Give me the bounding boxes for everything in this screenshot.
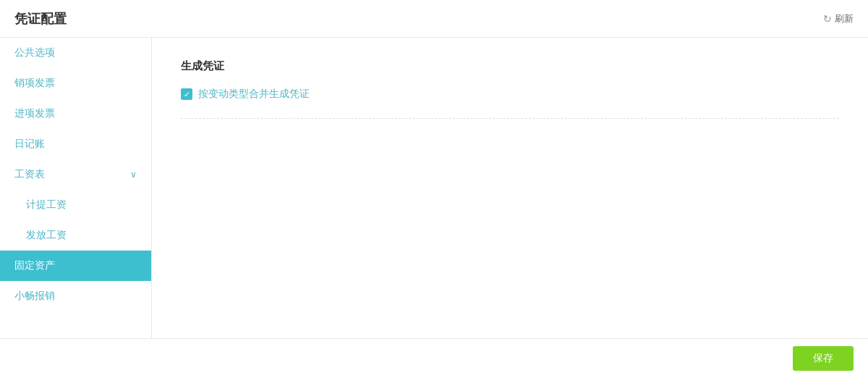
- sidebar-item-sales-invoice[interactable]: 销项发票: [0, 68, 151, 98]
- sidebar-item-purchase-invoice[interactable]: 进项发票: [0, 98, 151, 129]
- section-title: 生成凭证: [181, 59, 839, 73]
- sidebar-item-label: 计提工资: [26, 198, 67, 211]
- sidebar-item-label: 固定资产: [14, 259, 55, 272]
- sidebar-item-calc-salary[interactable]: 计提工资: [0, 190, 151, 220]
- page-footer: 保存: [0, 338, 868, 378]
- save-button[interactable]: 保存: [793, 346, 854, 371]
- refresh-button[interactable]: ↻ 刷新: [823, 12, 854, 25]
- section-divider: [181, 118, 839, 119]
- checkbox-row: ✓ 按变动类型合并生成凭证: [181, 88, 839, 101]
- sidebar-item-payroll-table[interactable]: 工资表 ∨: [0, 159, 151, 190]
- page-title: 凭证配置: [14, 10, 67, 28]
- sidebar-item-public-options[interactable]: 公共选项: [0, 38, 151, 68]
- checkbox-label[interactable]: 按变动类型合并生成凭证: [198, 88, 310, 101]
- chevron-down-icon: ∨: [130, 169, 137, 180]
- checkmark-icon: ✓: [184, 91, 190, 98]
- sidebar-item-label: 进项发票: [14, 107, 55, 120]
- refresh-label: 刷新: [835, 12, 854, 25]
- sidebar-item-label: 日记账: [14, 138, 45, 151]
- refresh-icon: ↻: [823, 13, 832, 25]
- content-area: 生成凭证 ✓ 按变动类型合并生成凭证: [152, 38, 868, 338]
- sidebar-item-label: 工资表: [14, 168, 45, 181]
- page-header: 凭证配置 ↻ 刷新: [0, 0, 868, 38]
- sidebar: 公共选项 销项发票 进项发票 日记账 工资表 ∨ 计提工资 发放工资 固定资产 …: [0, 38, 152, 338]
- sidebar-item-journal[interactable]: 日记账: [0, 129, 151, 159]
- merge-by-type-checkbox[interactable]: ✓: [181, 88, 192, 100]
- sidebar-item-pay-salary[interactable]: 发放工资: [0, 220, 151, 251]
- sidebar-item-expense-reimbursement[interactable]: 小畅报销: [0, 281, 151, 311]
- sidebar-item-label: 公共选项: [14, 46, 55, 59]
- sidebar-item-label: 销项发票: [14, 77, 55, 90]
- sidebar-item-label: 小畅报销: [14, 290, 55, 303]
- sidebar-item-label: 发放工资: [26, 229, 67, 242]
- sidebar-item-fixed-assets[interactable]: 固定资产: [0, 251, 151, 281]
- main-layout: 公共选项 销项发票 进项发票 日记账 工资表 ∨ 计提工资 发放工资 固定资产 …: [0, 38, 868, 338]
